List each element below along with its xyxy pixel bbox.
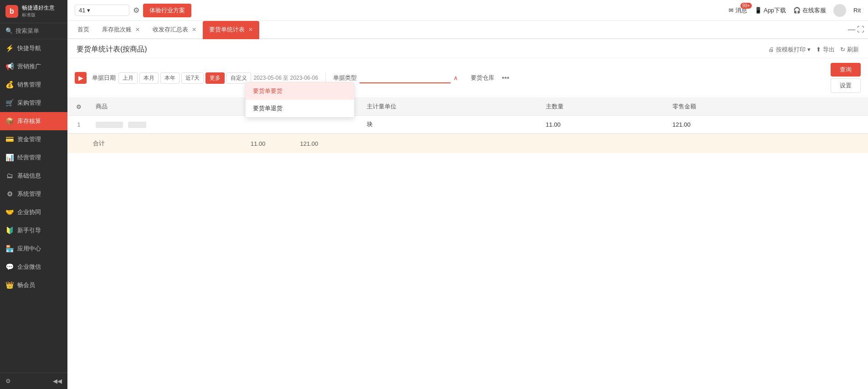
sidebar-nav: ⚡快捷导航📢营销推广💰销售管理🛒采购管理📦库存核算💳资金管理📊经营管理🗂基础信息…	[0, 39, 67, 373]
sidebar-item-purchase[interactable]: 🛒采购管理	[0, 94, 67, 112]
table-footer: 合计 11.00 121.00	[67, 133, 868, 153]
sidebar-item-operations[interactable]: 📊经营管理	[0, 148, 67, 167]
date-btn-this-year[interactable]: 本年	[160, 72, 180, 84]
purchase-icon: 🛒	[5, 99, 14, 107]
page-title: 要货单统计表(按商品)	[77, 45, 147, 54]
sidebar-item-basic[interactable]: 🗂基础信息	[0, 167, 67, 185]
search-menu[interactable]: 🔍 搜索菜单	[0, 23, 67, 39]
sidebar-item-appstore[interactable]: 🏪应用中心	[0, 240, 67, 258]
data-table: ⚙ 商品 主计量单位 主数量 零售金额 1	[67, 98, 868, 133]
type-select-input[interactable]	[360, 73, 451, 83]
tab-home-label: 首页	[77, 26, 89, 34]
date-btn-this-month[interactable]: 本月	[139, 72, 159, 84]
sidebar-item-label-purchase: 采购管理	[17, 99, 41, 107]
user-name: Rit	[853, 7, 861, 14]
guide-icon: 🔰	[5, 226, 14, 235]
search-menu-label: 搜索菜单	[15, 27, 39, 35]
settings-gear-icon[interactable]: ⚙	[133, 6, 139, 15]
print-label: 按模板打印	[776, 46, 806, 54]
settings-icon[interactable]: ⚙	[5, 378, 11, 384]
tab-order-stats-close[interactable]: ✕	[248, 26, 253, 33]
brand-name: 畅捷通好生意	[22, 5, 55, 12]
query-btn[interactable]: 查询	[831, 63, 861, 77]
brand-logo: b 畅捷通好生意 标准版	[0, 0, 67, 23]
sidebar-bottom: ⚙ ◀◀	[0, 373, 67, 389]
app-download-btn[interactable]: 📱 App下载	[755, 6, 786, 15]
tab-batch-account-close[interactable]: ✕	[135, 26, 140, 33]
user-avatar[interactable]	[833, 4, 846, 17]
tab-home[interactable]: 首页	[71, 21, 96, 39]
online-service-btn[interactable]: 🎧 在线客服	[793, 6, 826, 15]
trial-btn[interactable]: 体验行业方案	[143, 4, 191, 17]
main-area: 41 ▾ ⚙ 体验行业方案 ✉ 消息 99+ 📱 App下载 🎧 在线客服 Ri…	[67, 0, 868, 389]
marketing-icon: 📢	[5, 62, 14, 71]
service-icon: 🎧	[793, 7, 801, 14]
date-btn-last-month[interactable]: 上月	[118, 72, 138, 84]
col-settings[interactable]: ⚙	[67, 98, 90, 116]
tab-order-stats-label: 要货单统计表	[209, 26, 245, 34]
sidebar-item-marketing[interactable]: 📢营销推广	[0, 57, 67, 76]
dropdown-item-order-return[interactable]: 要货单退货	[246, 100, 354, 117]
tab-batch-account-label: 库存批次账	[102, 26, 132, 34]
table-container: ⚙ 商品 主计量单位 主数量 零售金额 1	[67, 98, 868, 133]
system-icon: ⚙	[5, 190, 14, 198]
tab-order-stats[interactable]: 要货单统计表 ✕	[203, 21, 259, 39]
enterprise-icon: 🤝	[5, 208, 14, 216]
store-selector[interactable]: 41 ▾	[75, 5, 129, 16]
sidebar-item-inventory[interactable]: 📦库存核算	[0, 112, 67, 130]
type-dropdown-popup: 要货单要货 要货单退货	[245, 82, 354, 118]
cell-index: 1	[67, 116, 90, 133]
refresh-icon: ↻	[840, 46, 845, 53]
col-unit: 主计量单位	[361, 98, 540, 116]
tab-batch-account[interactable]: 库存批次账 ✕	[96, 21, 146, 39]
sidebar-item-label-appstore: 应用中心	[17, 245, 41, 253]
table-row: 1 块 11.00 121.00	[67, 116, 868, 133]
sidebar-item-wecom[interactable]: 💬企业微信	[0, 258, 67, 276]
tab-recv-summary[interactable]: 收发存汇总表 ✕	[146, 21, 203, 39]
sidebar-item-system[interactable]: ⚙系统管理	[0, 185, 67, 203]
messages-btn[interactable]: ✉ 消息 99+	[729, 6, 747, 15]
type-select-chevron-icon[interactable]: ∧	[453, 74, 458, 82]
inventory-icon: 📦	[5, 117, 14, 125]
export-label: 导出	[823, 46, 835, 54]
filter-settings-btn[interactable]: 设置	[831, 78, 861, 93]
col-amount: 零售金额	[667, 98, 820, 116]
sidebar-item-label-basic: 基础信息	[17, 172, 41, 180]
topbar-left: 41 ▾ ⚙ 体验行业方案	[75, 4, 723, 17]
print-chevron-icon: ▾	[807, 46, 811, 53]
tabs-minimize-icon[interactable]: —	[848, 26, 855, 34]
store-name: 41	[79, 7, 85, 14]
sidebar-item-vip[interactable]: 👑畅会员	[0, 276, 67, 294]
topbar-right: ✉ 消息 99+ 📱 App下载 🎧 在线客服 Rit	[729, 4, 861, 17]
warehouse-dots-icon[interactable]: •••	[502, 74, 509, 82]
cell-qty: 11.00	[540, 116, 667, 133]
date-buttons: 上月 本月 本年 近7天 更多 自定义	[118, 72, 251, 84]
sidebar-item-quick-nav[interactable]: ⚡快捷导航	[0, 39, 67, 57]
tab-recv-summary-close[interactable]: ✕	[192, 26, 196, 33]
date-btn-more[interactable]: 更多	[205, 72, 225, 84]
app-icon: 📱	[755, 7, 762, 14]
date-range-text: 2023-05-06 至 2023-06-06	[254, 74, 318, 82]
print-btn[interactable]: 🖨 按模板打印 ▾	[768, 46, 811, 54]
sidebar-item-enterprise[interactable]: 🤝企业协同	[0, 203, 67, 221]
sidebar-item-guide[interactable]: 🔰新手引导	[0, 221, 67, 240]
tab-recv-summary-label: 收发存汇总表	[153, 26, 188, 34]
refresh-btn[interactable]: ↻ 刷新	[840, 46, 859, 54]
filter-bar: ▶ 单据日期 上月 本月 本年 近7天 更多 自定义 2023-05-06 至 …	[67, 58, 868, 98]
quick-nav-icon: ⚡	[5, 44, 14, 52]
tabs-right: — ⛶	[848, 26, 868, 34]
sidebar-item-sales[interactable]: 💰销售管理	[0, 76, 67, 94]
search-icon: 🔍	[5, 27, 13, 34]
sidebar-item-label-wecom: 企业微信	[17, 263, 41, 271]
collapse-icon[interactable]: ◀◀	[53, 378, 62, 384]
topbar: 41 ▾ ⚙ 体验行业方案 ✉ 消息 99+ 📱 App下载 🎧 在线客服 Ri…	[67, 0, 868, 21]
dropdown-item-order-goods[interactable]: 要货单要货	[246, 82, 354, 100]
basic-icon: 🗂	[5, 172, 14, 179]
date-btn-last-7[interactable]: 近7天	[181, 72, 204, 84]
filter-expand-btn[interactable]: ▶	[75, 72, 87, 84]
date-filter-label: 单据日期	[92, 74, 116, 82]
tabs-expand-icon[interactable]: ⛶	[857, 26, 864, 34]
page-actions: 🖨 按模板打印 ▾ ⬆ 导出 ↻ 刷新	[768, 46, 859, 54]
sidebar-item-finance[interactable]: 💳资金管理	[0, 130, 67, 148]
export-btn[interactable]: ⬆ 导出	[816, 46, 835, 54]
